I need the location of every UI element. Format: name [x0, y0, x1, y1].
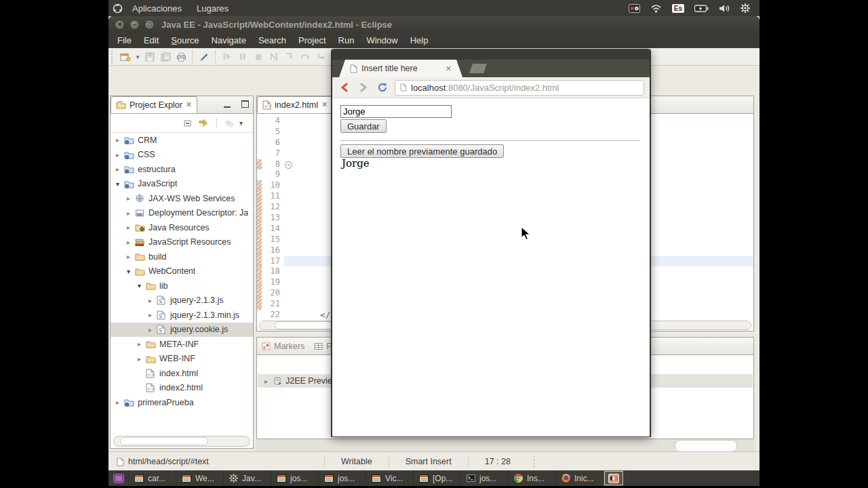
window-close-button[interactable]: ✕	[115, 20, 125, 30]
taskbar-item-vic-[interactable]: Vic...	[366, 470, 414, 486]
taskbar-item-inic-[interactable]: Inic...	[556, 470, 604, 486]
forward-button[interactable]	[357, 81, 370, 94]
expand-arrow-icon[interactable]: ▸	[125, 195, 132, 202]
suspend-button[interactable]	[236, 50, 250, 64]
expand-arrow-icon[interactable]: ▸	[125, 253, 132, 260]
battery-icon[interactable]	[694, 5, 709, 12]
guardar-button[interactable]: Guardar	[340, 119, 387, 133]
print-button[interactable]	[174, 50, 188, 64]
tree-item-deployment-descriptor-ja[interactable]: ▸3.0Deployment Descriptor: Ja	[111, 206, 253, 221]
resume-button[interactable]	[220, 50, 234, 64]
tree-item-jquery-2-1-3-min-js[interactable]: ▸Sjquery-2.1.3.min.js	[111, 308, 253, 323]
expand-arrow-icon[interactable]: ▸	[114, 136, 121, 144]
taskbar-item-workspace[interactable]	[108, 470, 129, 486]
close-tab-icon[interactable]: ✕	[446, 64, 452, 73]
expand-arrow-icon[interactable]: ▸	[146, 311, 154, 319]
view-menu-dropdown[interactable]: ▾	[239, 119, 246, 127]
tab-project-explorer[interactable]: Project Explor ✕	[111, 96, 197, 113]
window-minimize-button[interactable]: –	[130, 20, 140, 30]
toolbar-drag-handle[interactable]	[111, 51, 115, 63]
expand-arrow-icon[interactable]: ▸	[262, 378, 270, 385]
new-wizard-button[interactable]	[119, 50, 132, 64]
menu-help[interactable]: Help	[404, 34, 435, 47]
taskbar-item-recorder[interactable]	[604, 470, 624, 486]
menu-window[interactable]: Window	[360, 34, 403, 47]
menu-lugares[interactable]: Lugares	[191, 2, 234, 15]
collapse-arrow-icon[interactable]: ▾	[114, 180, 121, 188]
step-return-button[interactable]	[314, 50, 328, 64]
close-tab-icon[interactable]: ✕	[186, 100, 192, 109]
menu-edit[interactable]: Edit	[138, 34, 165, 47]
step-over-button[interactable]	[298, 50, 312, 64]
step-into-button[interactable]	[283, 50, 296, 64]
taskbar-item-jos-[interactable]: jos...	[319, 470, 366, 486]
taskbar-item-ins-[interactable]: Ins...	[509, 470, 556, 486]
keyboard-layout-indicator[interactable]: Es	[672, 4, 684, 13]
taskbar-item-jav-[interactable]: Jav...	[224, 470, 271, 486]
tree-item-css[interactable]: ▸CSS	[111, 148, 253, 163]
menu-run[interactable]: Run	[332, 34, 361, 47]
tree-item-javascript-resources[interactable]: ▸JavaScript Resources	[111, 235, 253, 250]
taskbar-item--op-[interactable]: [Op...	[414, 470, 461, 486]
taskbar-item-jos-[interactable]: jos...	[271, 470, 319, 486]
expand-arrow-icon[interactable]: ▸	[136, 355, 143, 363]
expand-arrow-icon[interactable]: ▸	[146, 297, 154, 304]
expand-arrow-icon[interactable]: ▸	[125, 209, 132, 217]
tree-item-jax-ws-web-services[interactable]: ▸JAX-WS Web Services	[111, 191, 253, 206]
close-tab-icon[interactable]: ✕	[321, 100, 328, 109]
screen-recorder-tray-icon[interactable]	[629, 4, 640, 13]
terminate-button[interactable]	[252, 50, 265, 64]
tree-item-lib[interactable]: ▾lib	[111, 279, 253, 293]
skip-all-breakpoints-button[interactable]	[197, 50, 211, 64]
tree-item-java-resources[interactable]: ▸Java Resources	[111, 220, 253, 235]
tree-item-web-inf[interactable]: ▸WEB-INF	[111, 352, 253, 367]
new-wizard-dropdown[interactable]: ▾	[134, 50, 141, 64]
menu-source[interactable]: Source	[165, 34, 205, 47]
new-tab-button[interactable]	[469, 64, 487, 73]
collapse-all-button[interactable]	[183, 119, 193, 127]
tree-item-meta-inf[interactable]: ▸META-INF	[111, 337, 253, 352]
expand-arrow-icon[interactable]: ▸	[125, 224, 132, 231]
session-gear-icon[interactable]	[741, 3, 750, 13]
maximize-view-button[interactable]	[241, 100, 249, 108]
expand-arrow-icon[interactable]: ▸	[114, 165, 121, 173]
url-bar[interactable]: localhost:8080/JavaScript/index2.html	[395, 80, 644, 96]
window-maximize-button[interactable]: □	[144, 20, 155, 30]
tree-item-build[interactable]: ▸build	[111, 249, 253, 264]
taskbar-item-we-[interactable]: We...	[176, 470, 224, 486]
menu-aplicaciones[interactable]: Aplicaciones	[127, 2, 187, 15]
save-all-button[interactable]	[159, 50, 172, 64]
name-input[interactable]: Jorge	[340, 105, 452, 118]
minimize-view-button[interactable]	[224, 101, 231, 108]
tree-item-index-html[interactable]: <>index.html	[111, 366, 253, 381]
tab-index2-html[interactable]: <> index2.html ✕	[257, 96, 333, 113]
expand-arrow-icon[interactable]: ▸	[114, 151, 121, 159]
menu-search[interactable]: Search	[252, 34, 292, 47]
fold-collapse-icon[interactable]: −	[284, 159, 294, 170]
project-explorer-hscrollbar[interactable]	[113, 436, 250, 447]
reload-button[interactable]	[376, 81, 389, 94]
collapse-arrow-icon[interactable]: ▾	[125, 268, 132, 275]
link-with-editor-button[interactable]	[198, 119, 209, 127]
tab-markers[interactable]: Markers	[257, 338, 309, 354]
tree-item-jquery-2-1-3-js[interactable]: ▸Sjquery-2.1.3.js	[111, 293, 253, 308]
taskbar-item-car-[interactable]: car...	[129, 470, 176, 486]
expand-arrow-icon[interactable]: ▸	[125, 239, 132, 246]
servers-hscrollbar-thumb[interactable]	[675, 440, 737, 452]
tree-item-index2-html[interactable]: <>index2.html	[111, 381, 253, 396]
expand-arrow-icon[interactable]: ▸	[146, 326, 154, 333]
expand-arrow-icon[interactable]: ▸	[136, 340, 143, 348]
tree-item-javascript[interactable]: ▾JavaScript	[111, 177, 253, 192]
wifi-icon[interactable]	[650, 4, 662, 13]
back-button[interactable]	[338, 81, 351, 94]
expand-arrow-icon[interactable]: ▸	[114, 399, 121, 406]
browser-window-top-edge[interactable]	[332, 49, 650, 60]
collapse-arrow-icon[interactable]: ▾	[136, 282, 143, 289]
tree-item-primeraprueba[interactable]: ▸primeraPrueba	[111, 395, 253, 410]
menu-file[interactable]: File	[111, 34, 138, 47]
browser-tab[interactable]: Insert title here ✕	[339, 60, 462, 77]
leer-button[interactable]: Leer el nombre previamente guardado	[340, 144, 504, 158]
ubuntu-logo-icon[interactable]	[113, 3, 123, 14]
tree-item-crm[interactable]: ▸CRM	[111, 133, 253, 148]
view-filter-icon[interactable]	[225, 119, 234, 127]
